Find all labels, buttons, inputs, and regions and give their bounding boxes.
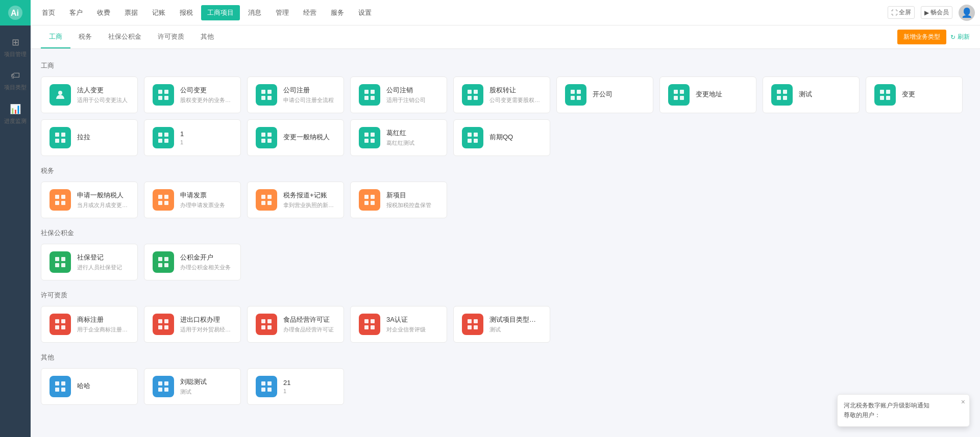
service-card[interactable]: 社保登记进行人员社保登记 bbox=[41, 244, 138, 280]
service-card[interactable]: 211 bbox=[247, 368, 344, 405]
svg-rect-41 bbox=[158, 139, 162, 143]
topnav-items: 首页 客户 收费 票据 记账 报税 工商项目 消息 管理 经营 服务 设置 bbox=[36, 5, 888, 20]
tab-gongshang[interactable]: 工商 bbox=[41, 26, 70, 48]
content-area: 工商 税务 社保公积金 许可资质 其他 新增业务类型 ↻ 刷新 工商 bbox=[31, 25, 980, 437]
card-name: 测试项目类型目定义 bbox=[489, 315, 542, 324]
tab-qita[interactable]: 其他 bbox=[192, 26, 222, 48]
svg-rect-94 bbox=[371, 325, 375, 329]
sidebar-item-progress[interactable]: 📊 进度监测 bbox=[0, 97, 31, 131]
svg-rect-54 bbox=[474, 139, 478, 143]
service-card[interactable]: 开公司 bbox=[556, 76, 653, 113]
card-name: 开公司 bbox=[593, 90, 645, 99]
service-card[interactable]: 申请一般纳税人当月或次月成变更完成 bbox=[41, 182, 138, 218]
svg-rect-86 bbox=[164, 325, 168, 329]
card-desc: 测试 bbox=[489, 326, 542, 333]
service-card[interactable]: 变更地址 bbox=[659, 76, 756, 113]
cards-xuke: 商标注册用于企业商标注册服务 进出口权办理适用于对外贸易经营者 食品经营许可证办… bbox=[41, 306, 970, 343]
nav-fee[interactable]: 收费 bbox=[91, 5, 116, 20]
sidebar-item-project-mgmt[interactable]: ⊞ 项目管理 bbox=[0, 31, 31, 64]
svg-rect-33 bbox=[880, 96, 884, 100]
nav-operate[interactable]: 经营 bbox=[297, 5, 323, 20]
card-name: 商标注册 bbox=[77, 315, 129, 324]
service-card[interactable]: 拉拉 bbox=[41, 119, 138, 156]
svg-rect-24 bbox=[680, 90, 684, 94]
tab-xuke[interactable]: 许可资质 bbox=[150, 26, 192, 48]
nav-message[interactable]: 消息 bbox=[242, 5, 267, 20]
svg-rect-61 bbox=[158, 201, 162, 205]
svg-rect-108 bbox=[267, 381, 272, 385]
service-card[interactable]: 公司注册申请公司注册全流程 bbox=[247, 76, 344, 113]
service-card[interactable]: 11 bbox=[144, 119, 241, 156]
service-card[interactable]: 哈哈 bbox=[41, 368, 138, 405]
service-card[interactable]: 变更 bbox=[866, 76, 963, 113]
card-desc: 适用于公司变更法人 bbox=[77, 96, 129, 104]
refresh-button[interactable]: ↻ 刷新 bbox=[950, 33, 970, 41]
service-card[interactable]: 测试 bbox=[763, 76, 860, 113]
tab-shebao[interactable]: 社保公积金 bbox=[100, 26, 150, 48]
service-card[interactable]: 葛红红葛红红测试 bbox=[350, 119, 447, 156]
tab-shuiwu[interactable]: 税务 bbox=[70, 26, 100, 48]
svg-rect-89 bbox=[261, 325, 265, 329]
svg-rect-109 bbox=[261, 388, 265, 392]
nav-business[interactable]: 工商项目 bbox=[201, 5, 240, 20]
service-card[interactable]: 新项目报税加税控盘保管 bbox=[350, 182, 447, 218]
service-card[interactable]: 刘聪测试测试 bbox=[144, 368, 241, 405]
svg-rect-26 bbox=[680, 96, 684, 100]
svg-rect-7 bbox=[261, 90, 265, 94]
card-name: 食品经营许可证 bbox=[283, 315, 335, 324]
svg-rect-72 bbox=[61, 257, 65, 261]
nav-settings[interactable]: 设置 bbox=[352, 5, 378, 20]
sidebar-item-project-type[interactable]: 🏷 项目类型 bbox=[0, 64, 31, 97]
card-name: 法人变更 bbox=[77, 86, 129, 95]
svg-rect-21 bbox=[571, 96, 575, 100]
service-card[interactable]: 税务报道+记账拿到营业执照的新公司 bbox=[247, 182, 344, 218]
svg-rect-79 bbox=[55, 319, 59, 323]
svg-rect-43 bbox=[261, 133, 265, 137]
nav-home[interactable]: 首页 bbox=[36, 5, 61, 20]
fullscreen-button[interactable]: ⛶ 全屏 bbox=[888, 6, 915, 19]
service-card[interactable]: 前期QQ bbox=[453, 119, 550, 156]
svg-rect-70 bbox=[371, 201, 375, 205]
service-card[interactable]: 测试项目类型目定义测试 bbox=[453, 306, 550, 343]
card-desc: 对企业信誉评级 bbox=[386, 326, 438, 333]
svg-rect-93 bbox=[364, 325, 369, 329]
service-card[interactable]: 公积金开户办理公积金相关业务 bbox=[144, 244, 241, 280]
nav-bookkeeping[interactable]: 记账 bbox=[146, 5, 172, 20]
card-icon bbox=[153, 127, 174, 148]
card-text: 申请发票办理申请发票业务 bbox=[180, 191, 232, 209]
service-card[interactable]: 股权转让公司变更需要股权转让 bbox=[453, 76, 550, 113]
card-icon bbox=[668, 84, 690, 106]
service-card[interactable]: 申请发票办理申请发票业务 bbox=[144, 182, 241, 218]
svg-rect-35 bbox=[55, 133, 59, 137]
nav-client[interactable]: 客户 bbox=[63, 5, 89, 20]
service-card[interactable]: 法人变更适用于公司变更法人 bbox=[41, 76, 138, 113]
card-name: 3A认证 bbox=[386, 315, 438, 324]
service-card[interactable]: 3A认证对企业信誉评级 bbox=[350, 306, 447, 343]
notification-close[interactable]: × bbox=[961, 398, 965, 406]
service-card[interactable]: 商标注册用于企业商标注册服务 bbox=[41, 306, 138, 343]
svg-rect-28 bbox=[783, 90, 787, 94]
svg-rect-48 bbox=[371, 133, 375, 137]
service-card[interactable]: 公司变更股权变更外的业务变更 bbox=[144, 76, 241, 113]
svg-rect-55 bbox=[55, 195, 59, 199]
svg-rect-78 bbox=[164, 263, 168, 267]
nav-service[interactable]: 服务 bbox=[325, 5, 350, 20]
svg-rect-99 bbox=[55, 381, 59, 385]
nav-manage[interactable]: 管理 bbox=[270, 5, 295, 20]
new-type-button[interactable]: 新增业务类型 bbox=[897, 30, 946, 44]
svg-text:Ai: Ai bbox=[11, 9, 19, 17]
app-logo[interactable]: Ai bbox=[0, 0, 31, 25]
svg-rect-98 bbox=[474, 325, 478, 329]
card-icon bbox=[153, 314, 174, 335]
avatar[interactable]: 👤 bbox=[959, 5, 975, 21]
service-card[interactable]: 公司注销适用于注销公司 bbox=[350, 76, 447, 113]
service-card[interactable]: 进出口权办理适用于对外贸易经营者 bbox=[144, 306, 241, 343]
member-button[interactable]: ▶ 畅会员 bbox=[921, 6, 952, 19]
service-card[interactable]: 变更一般纳税人 bbox=[247, 119, 344, 156]
nav-ticket[interactable]: 票据 bbox=[118, 5, 144, 20]
svg-rect-19 bbox=[571, 90, 575, 94]
svg-rect-13 bbox=[364, 96, 369, 100]
nav-tax[interactable]: 报税 bbox=[174, 5, 199, 20]
svg-rect-71 bbox=[55, 257, 59, 261]
service-card[interactable]: 食品经营许可证办理食品经营许可证 bbox=[247, 306, 344, 343]
